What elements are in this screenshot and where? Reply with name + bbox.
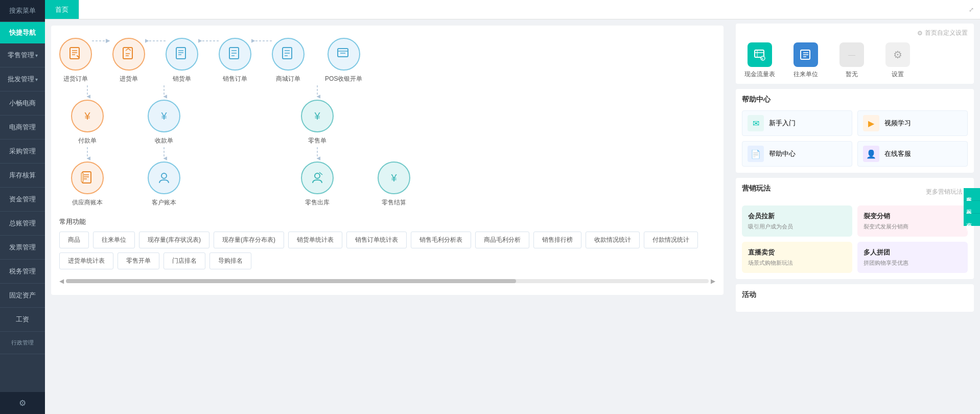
expand-button[interactable]: ⤢ — [963, 6, 980, 13]
help-beginner-label: 新手入门 — [769, 119, 796, 128]
down-arrow-5 — [161, 147, 167, 162]
supplier-book-icon[interactable] — [71, 162, 104, 194]
quick-icon-settings[interactable]: ⚙ 设置 — [880, 42, 916, 79]
tab-bar: 首页 ⤢ — [45, 0, 980, 19]
sidebar-item-ecommerce-mgmt[interactable]: 电商管理 — [0, 116, 45, 140]
sales-order-label: 销售订单 — [223, 75, 247, 83]
func-btn-8[interactable]: 销售排行榜 — [533, 232, 581, 248]
marketing-more-link[interactable]: 更多营销玩法 > — [926, 188, 968, 196]
help-item-service[interactable]: 👤 在线客服 — [857, 141, 968, 167]
scroll-track[interactable] — [66, 279, 709, 283]
sidebar-item-assets[interactable]: 固定资产 — [0, 284, 45, 308]
func-btn-6[interactable]: 销售毛利分析表 — [411, 232, 471, 248]
mall-order-icon[interactable] — [272, 38, 305, 71]
flow-section: 进货订单 进货单 — [51, 26, 724, 295]
sidebar-search[interactable]: 搜索菜单 — [0, 0, 45, 22]
tab-home[interactable]: 首页 — [45, 0, 79, 19]
func-btn-9[interactable]: 收款情况统计 — [586, 232, 640, 248]
purchase-icon[interactable] — [112, 38, 145, 71]
marketing-group-title: 多人拼团 — [864, 248, 962, 257]
retail-out-label: 零售出库 — [305, 198, 330, 207]
help-video-label: 视频学习 — [884, 119, 911, 128]
func-btn-1[interactable]: 往来单位 — [93, 232, 135, 248]
svg-rect-34 — [81, 173, 83, 182]
quick-icon-contacts[interactable]: 往来单位 — [788, 42, 824, 79]
sidebar-item-finance[interactable]: 资金管理 — [0, 188, 45, 212]
sidebar-item-ledger[interactable]: 总账管理 — [0, 212, 45, 236]
help-item-beginner[interactable]: ✉ 新手入门 — [742, 110, 852, 136]
sidebar-item-tax[interactable]: 税务管理 — [0, 260, 45, 284]
node-retail-order-col: ¥ 零售单 — [289, 85, 345, 145]
mall-order-label: 商城订单 — [276, 75, 300, 83]
marketing-item-group[interactable]: 多人拼团 拼团购物享受优惠 — [857, 242, 968, 273]
func-btn-5[interactable]: 销售订单统计表 — [346, 232, 407, 248]
chevron-down-icon: ▾ — [35, 53, 38, 58]
float-btn-community[interactable]: 服务社区 — [964, 201, 980, 214]
purchase-label: 进货单 — [120, 75, 138, 83]
func-btn-4[interactable]: 销货单统计表 — [288, 232, 342, 248]
scroll-bar: ◀ ▶ — [59, 275, 715, 287]
beginner-icon: ✉ — [748, 115, 764, 131]
down-arrow-4 — [84, 147, 90, 162]
retail-out-icon[interactable] — [301, 162, 334, 194]
down-arrow-1 — [84, 85, 90, 100]
retail-order-label: 零售单 — [308, 136, 326, 145]
sidebar-item-invoice[interactable]: 发票管理 — [0, 236, 45, 260]
float-btn-desktop[interactable]: 桌面快捷 — [964, 214, 980, 226]
func-btn-3[interactable]: 现存量(库存分布表) — [214, 232, 284, 248]
float-btn-service[interactable]: 客服热线 — [964, 188, 980, 201]
func-btn-0[interactable]: 商品 — [59, 232, 89, 248]
func-btn-12[interactable]: 零售开单 — [118, 252, 159, 269]
purchase-order-icon[interactable] — [59, 38, 92, 71]
sidebar-item-purchase[interactable]: 采购管理 — [0, 140, 45, 164]
help-item-help[interactable]: 📄 帮助中心 — [742, 141, 852, 167]
sidebar-item-retail[interactable]: 零售管理 ▾ — [0, 43, 45, 67]
node-supplier-book-col: 供应商账本 — [59, 147, 115, 207]
marketing-header: 营销玩法 更多营销玩法 > — [742, 184, 968, 199]
quick-icons-row: ¥ 现金流量表 往来单位 — 暂无 ⚙ — [742, 42, 968, 79]
retail-order-icon[interactable]: ¥ — [301, 100, 334, 132]
help-doc-icon: 📄 — [748, 146, 764, 162]
quick-access-settings-label[interactable]: 首页自定义设置 — [925, 29, 968, 37]
quick-icon-cashflow-label: 现金流量表 — [744, 70, 775, 79]
scroll-thumb[interactable] — [66, 279, 516, 283]
sidebar-item-salary[interactable]: 工资 — [0, 308, 45, 332]
marketing-item-fission[interactable]: 裂变分销 裂变式发展分销商 — [857, 205, 968, 237]
marketing-item-live[interactable]: 直播卖货 场景式购物新玩法 — [742, 242, 852, 273]
payment-icon[interactable]: ¥ — [71, 100, 104, 132]
content-area: 进货订单 进货单 — [45, 19, 980, 414]
sidebar-item-admin[interactable]: 行政管理 — [0, 332, 45, 354]
quick-icon-cashflow[interactable]: ¥ 现金流量表 — [742, 42, 778, 79]
func-btn-14[interactable]: 导购排名 — [209, 252, 251, 269]
scroll-right-btn[interactable]: ▶ — [711, 278, 715, 285]
marketing-title: 营销玩法 — [742, 184, 771, 193]
sales-icon[interactable] — [166, 38, 198, 71]
quick-access-section: ⚙ 首页自定义设置 ¥ 现金流量表 往来单位 — [736, 24, 974, 84]
sidebar-settings-btn[interactable]: ⚙ — [0, 392, 45, 414]
help-item-video[interactable]: ▶ 视频学习 — [857, 110, 968, 136]
scroll-left-btn[interactable]: ◀ — [59, 278, 64, 285]
node-sales: 销货单 — [166, 38, 198, 83]
marketing-item-member[interactable]: 会员拉新 吸引用户成为会员 — [742, 205, 852, 237]
sidebar-nav[interactable]: 快捷导航 — [0, 22, 45, 43]
activity-section: 活动 — [736, 284, 974, 312]
sidebar-item-inventory[interactable]: 库存核算 — [0, 164, 45, 188]
func-btn-13[interactable]: 门店排名 — [164, 252, 205, 269]
sidebar-item-wholesale[interactable]: 批发管理 ▾ — [0, 67, 45, 91]
quick-access-header: ⚙ 首页自定义设置 — [742, 29, 968, 37]
sales-order-icon[interactable] — [219, 38, 251, 71]
right-panel: ⚙ 首页自定义设置 ¥ 现金流量表 往来单位 — [730, 19, 980, 414]
func-btn-11[interactable]: 进货单统计表 — [59, 252, 113, 269]
func-btn-2[interactable]: 现存量(库存状况表) — [139, 232, 209, 248]
settings-icon: ⚙ — [885, 42, 910, 67]
customer-book-icon[interactable] — [148, 162, 180, 194]
quick-icon-empty[interactable]: — 暂无 — [834, 42, 870, 79]
func-btn-7[interactable]: 商品毛利分析 — [475, 232, 529, 248]
pos-icon[interactable] — [328, 38, 360, 71]
retail-settle-icon[interactable]: ¥ — [378, 162, 410, 194]
receipt-icon[interactable]: ¥ — [148, 100, 180, 132]
marketing-fission-desc: 裂变式发展分销商 — [864, 223, 962, 231]
activity-title: 活动 — [742, 290, 968, 300]
func-btn-10[interactable]: 付款情况统计 — [644, 232, 698, 248]
sidebar-item-ecommerce-small[interactable]: 小畅电商 — [0, 91, 45, 116]
